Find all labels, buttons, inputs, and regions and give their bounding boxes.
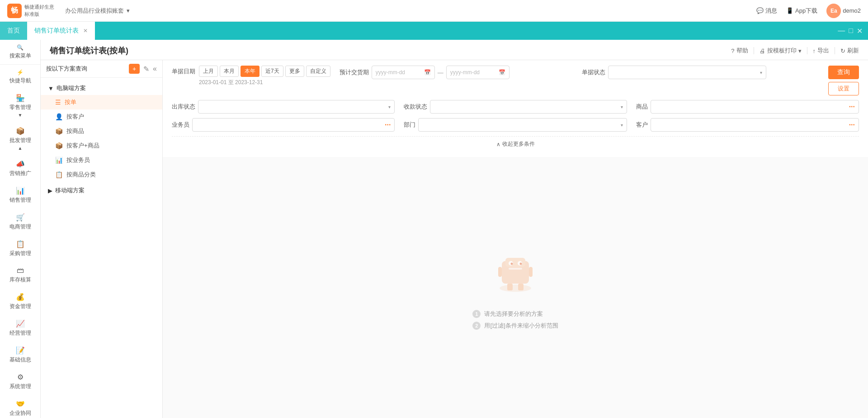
collapse-icon: ∧ [496, 141, 500, 147]
retail-icon: 🏪 [16, 94, 25, 102]
calendar-from-icon[interactable]: 📅 [424, 69, 431, 76]
tab-stats[interactable]: 销售订单统计表 ✕ [27, 22, 95, 40]
customer-ellipsis[interactable]: ··· [849, 121, 855, 129]
message-btn[interactable]: 💬 消息 [756, 7, 777, 15]
settings-btn[interactable]: 设置 [828, 82, 859, 95]
sidebar-item-operation[interactable]: 📈 经营管理 [0, 315, 40, 342]
basic-icon: 📝 [16, 346, 25, 355]
sidebar-item-purchase[interactable]: 📋 采购管理 [0, 235, 40, 262]
tree-area: ▼ 电脑端方案 ☰ 按单 👤 按客户 📦 按 [41, 78, 162, 418]
ecom-icon: 🛒 [16, 213, 25, 222]
tree-item-by-category[interactable]: 📋 按商品分类 [41, 167, 162, 182]
date-last-month-btn[interactable]: 上月 [199, 66, 218, 77]
tip-text-2: 用[过滤]条件来缩小分析范围 [484, 322, 558, 330]
tree-item-by-cust-goods-label: 按客户+商品 [66, 142, 99, 150]
date-last7-btn[interactable]: 近7天 [261, 66, 283, 77]
date-more-btn[interactable]: 更多 [285, 66, 304, 77]
sidebar-item-wholesale[interactable]: 📦 批发管理 ▲ [0, 122, 40, 155]
expected-date-to-input[interactable]: yyyy-mm-dd 📅 [446, 66, 509, 79]
tip-num-1: 1 [472, 310, 481, 318]
empty-state: 1 请先选择要分析的方案 2 用[过滤]条件来缩小分析范围 [163, 157, 868, 418]
sidebar-item-basic[interactable]: 📝 基础信息 [0, 342, 40, 368]
tree-item-by-category-label: 按商品分类 [66, 171, 96, 179]
customer-input[interactable]: ··· [651, 118, 859, 132]
app-download-btn[interactable]: 📱 App下载 [786, 7, 817, 15]
dept-label: 部门 [404, 121, 415, 129]
dropdown-icon[interactable]: ▾ [127, 7, 130, 14]
print-icon: 🖨 [760, 48, 765, 54]
tip-text-1: 请先选择要分析的方案 [484, 310, 543, 318]
calendar-to-icon[interactable]: 📅 [499, 69, 505, 76]
user-area[interactable]: Ea demo2 [826, 4, 861, 18]
date-this-month-btn[interactable]: 本月 [220, 66, 239, 77]
salesperson-input[interactable]: ··· [192, 118, 395, 132]
help-btn[interactable]: ? 帮助 [731, 47, 748, 55]
ship-status-label: 出库状态 [172, 103, 195, 111]
empty-tips: 1 请先选择要分析的方案 2 用[过滤]条件来缩小分析范围 [472, 310, 558, 330]
user-name: demo2 [843, 7, 861, 14]
tree-group-pc-label: 电脑端方案 [57, 84, 86, 92]
sidebar-item-system[interactable]: ⚙ 系统管理 [0, 368, 40, 395]
query-buttons: 查询 设置 [828, 66, 859, 95]
expected-date-from-input[interactable]: yyyy-mm-dd 📅 [372, 66, 435, 79]
message-label: 消息 [765, 7, 777, 15]
tree-item-by-salesperson[interactable]: 📊 按业务员 [41, 153, 162, 167]
pay-status-select[interactable]: ▾ [430, 100, 627, 114]
tab-stats-close[interactable]: ✕ [83, 28, 88, 34]
tab-maximize-btn[interactable]: □ [849, 27, 853, 35]
tree-item-by-cust-goods[interactable]: 📦 按客户+商品 [41, 138, 162, 153]
customer-label: 客户 [636, 121, 648, 129]
tab-home-label: 首页 [7, 27, 20, 35]
tree-group-expand-icon: ▼ [48, 85, 54, 92]
refresh-btn[interactable]: ↻ 刷新 [840, 47, 859, 55]
export-btn[interactable]: ↑ 导出 [813, 47, 830, 55]
sidebar-purchase-label: 采购管理 [9, 250, 31, 257]
sidebar-operation-label: 经营管理 [9, 329, 31, 337]
sidebar-item-retail[interactable]: 🏪 零售管理 ▼ [0, 89, 40, 122]
top-bar-left: 畅 畅捷通好生意标准版 办公用品行业模拟账套 ▾ [7, 4, 130, 18]
logo-icon: 畅 [7, 4, 22, 18]
ship-status-select[interactable]: ▾ [198, 100, 395, 114]
goods-ellipsis[interactable]: ··· [849, 103, 855, 111]
tree-group-pc-header[interactable]: ▼ 电脑端方案 [41, 81, 162, 95]
edit-scheme-btn[interactable]: ✎ [143, 65, 149, 73]
breadcrumb-area[interactable]: 办公用品行业模拟账套 ▾ [65, 7, 130, 15]
sidebar-item-quick-nav[interactable]: ⚡ 快捷导航 [0, 65, 40, 89]
tree-item-by-customer[interactable]: 👤 按客户 [41, 109, 162, 124]
system-icon: ⚙ [17, 373, 24, 381]
add-scheme-btn[interactable]: + [129, 64, 140, 74]
sidebar-item-enterprise[interactable]: 🤝 企业协同 [0, 395, 40, 418]
tab-home[interactable]: 首页 [0, 22, 27, 40]
tab-close-btn[interactable]: ✕ [857, 27, 863, 35]
print-btn[interactable]: 🖨 按模板打印 ▾ [760, 47, 802, 55]
export-icon: ↑ [813, 48, 816, 54]
sidebar-item-sales[interactable]: 📊 销售管理 [0, 182, 40, 209]
tree-group-mobile-header[interactable]: ▶ 移动端方案 [41, 184, 162, 197]
tree-item-by-goods[interactable]: 📦 按商品 [41, 124, 162, 138]
tab-minimize-btn[interactable]: — [838, 27, 845, 35]
query-btn[interactable]: 查询 [828, 66, 859, 79]
by-category-icon: 📋 [55, 171, 63, 178]
goods-input[interactable]: ··· [651, 100, 859, 114]
date-custom-btn[interactable]: 自定义 [306, 66, 330, 77]
empty-illustration [488, 245, 542, 301]
date-this-year-btn[interactable]: 本年 [241, 66, 259, 77]
sidebar-sales-label: 销售管理 [9, 196, 31, 204]
divider-2 [807, 47, 807, 54]
sidebar-item-marketing[interactable]: 📣 营销推广 [0, 155, 40, 182]
tree-item-by-order[interactable]: ☰ 按单 [41, 95, 162, 109]
message-icon: 💬 [756, 7, 764, 14]
collapse-more-btn[interactable]: ∧ 收起更多条件 [172, 136, 859, 152]
tree-group-mobile-label: 移动端方案 [55, 186, 85, 195]
collapse-panel-btn[interactable]: « [153, 65, 157, 73]
sidebar-item-ecom[interactable]: 🛒 电商管理 [0, 209, 40, 235]
wholesale-arrow: ▲ [18, 146, 23, 151]
dept-select[interactable]: ▾ [418, 118, 627, 132]
sidebar-item-finance[interactable]: 💰 资金管理 [0, 288, 40, 315]
salesperson-ellipsis[interactable]: ··· [385, 121, 391, 129]
dropdown-title[interactable]: 办公用品行业模拟账套 [65, 7, 124, 15]
sidebar-search[interactable]: 🔍 搜索菜单 [0, 40, 40, 65]
tree-item-by-order-label: 按单 [65, 98, 76, 106]
sidebar-item-inventory[interactable]: 🗃 库存核算 [0, 262, 40, 288]
doc-status-select[interactable]: ▾ [608, 66, 766, 79]
